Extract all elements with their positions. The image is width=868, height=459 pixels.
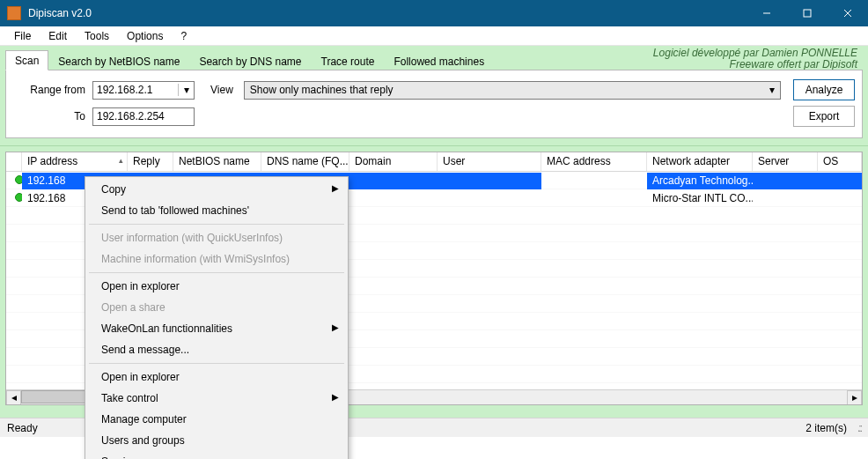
menu-tools[interactable]: Tools xyxy=(76,28,118,44)
cell-os xyxy=(818,190,862,207)
col-domain[interactable]: Domain xyxy=(349,152,438,171)
chevron-down-icon: ▾ xyxy=(769,84,775,96)
top-panel: Logiciel développé par Damien PONNELLE F… xyxy=(0,46,868,146)
col-mac[interactable]: MAC address xyxy=(541,152,647,171)
cell-domain xyxy=(349,190,438,207)
status-dot-icon xyxy=(15,193,22,202)
cell-domain xyxy=(349,173,438,189)
ctx-users-groups[interactable]: Users and groups xyxy=(87,430,346,451)
cell-mac xyxy=(541,190,647,207)
ctx-open-explorer-1[interactable]: Open in explorer xyxy=(87,276,346,297)
scroll-left-icon[interactable]: ◂ xyxy=(6,390,21,405)
col-adapter[interactable]: Network adapter xyxy=(647,152,753,171)
grid-header: IP address Reply NetBIOS name DNS name (… xyxy=(6,152,862,172)
submenu-arrow-icon: ▶ xyxy=(332,392,339,402)
menu-options[interactable]: Options xyxy=(118,28,172,44)
cell-server xyxy=(753,173,818,189)
menu-help[interactable]: ? xyxy=(172,28,195,44)
cell-adapter: Micro-Star INTL CO.... xyxy=(647,190,753,207)
range-from-input[interactable] xyxy=(93,84,178,96)
ctx-open-share: Open a share xyxy=(87,297,346,318)
ctx-take-control[interactable]: Take control▶ xyxy=(87,388,346,409)
svg-rect-1 xyxy=(804,10,811,17)
tab-dns[interactable]: Search by DNS name xyxy=(189,51,311,70)
analyze-button[interactable]: Analyze xyxy=(793,79,855,100)
submenu-arrow-icon: ▶ xyxy=(332,322,339,332)
ctx-separator xyxy=(89,224,344,225)
to-input[interactable] xyxy=(92,107,195,126)
submenu-arrow-icon: ▶ xyxy=(332,183,339,193)
cell-user xyxy=(438,190,541,207)
ctx-user-info: User information (with QuickUserInfos) xyxy=(87,227,346,248)
tab-body-scan: Range from ▾ View Show only machines tha… xyxy=(5,70,863,138)
ctx-machine-info: Machine information (with WmiSysInfos) xyxy=(87,248,346,270)
status-right: 2 item(s) xyxy=(805,422,847,434)
col-status[interactable] xyxy=(6,152,22,171)
range-from-label: Range from xyxy=(13,84,92,96)
col-dns[interactable]: DNS name (FQ... xyxy=(261,152,349,171)
export-button[interactable]: Export xyxy=(793,106,855,127)
ctx-send-to-tab[interactable]: Send to tab 'followed machines' xyxy=(87,200,346,221)
menubar: File Edit Tools Options ? xyxy=(0,26,868,46)
col-os[interactable]: OS xyxy=(818,152,862,171)
tab-netbios[interactable]: Search by NetBIOS name xyxy=(48,51,189,70)
col-server[interactable]: Server xyxy=(753,152,818,171)
cell-user xyxy=(438,173,541,189)
credits: Logiciel développé par Damien PONNELLE F… xyxy=(653,48,857,70)
ctx-copy[interactable]: Copy▶ xyxy=(87,179,346,200)
tab-followed[interactable]: Followed machines xyxy=(384,51,494,70)
resize-grip-icon[interactable]: .:: xyxy=(847,422,861,434)
minimize-button[interactable] xyxy=(747,0,787,26)
chevron-down-icon[interactable]: ▾ xyxy=(178,84,194,96)
view-value: Show only machines that reply xyxy=(250,84,394,96)
tab-scan[interactable]: Scan xyxy=(5,50,48,70)
status-dot-icon xyxy=(15,175,22,184)
status-left: Ready xyxy=(7,422,38,434)
window-title: Dipiscan v2.0 xyxy=(28,7,747,19)
close-button[interactable] xyxy=(828,0,868,26)
col-reply[interactable]: Reply xyxy=(128,152,173,171)
menu-edit[interactable]: Edit xyxy=(40,28,76,44)
ctx-manage-computer[interactable]: Manage computer xyxy=(87,409,346,430)
tab-traceroute[interactable]: Trace route xyxy=(312,51,385,70)
cell-os xyxy=(818,173,862,189)
ctx-open-explorer-2[interactable]: Open in explorer xyxy=(87,366,346,388)
ctx-services[interactable]: Services xyxy=(87,451,346,459)
col-user[interactable]: User xyxy=(438,152,541,171)
col-netbios[interactable]: NetBIOS name xyxy=(173,152,261,171)
ctx-separator xyxy=(89,363,344,364)
view-dropdown[interactable]: Show only machines that reply ▾ xyxy=(244,81,781,100)
to-label: To xyxy=(13,110,92,122)
col-ip[interactable]: IP address xyxy=(22,152,128,171)
scroll-right-icon[interactable]: ▸ xyxy=(847,390,862,405)
titlebar: Dipiscan v2.0 xyxy=(0,0,868,26)
context-menu: Copy▶ Send to tab 'followed machines' Us… xyxy=(85,176,349,459)
range-from-combo[interactable]: ▾ xyxy=(92,81,195,100)
app-icon xyxy=(7,6,21,20)
ctx-separator xyxy=(89,272,344,273)
ctx-send-message[interactable]: Send a message... xyxy=(87,339,346,360)
cell-adapter: Arcadyan Technolog... xyxy=(647,173,753,189)
ctx-wakeonlan[interactable]: WakeOnLan functionnalities▶ xyxy=(87,318,346,339)
cell-server xyxy=(753,190,818,207)
view-label: View xyxy=(210,84,233,96)
menu-file[interactable]: File xyxy=(5,28,40,44)
window-buttons xyxy=(747,0,868,26)
maximize-button[interactable] xyxy=(787,0,828,26)
cell-mac xyxy=(541,173,647,189)
